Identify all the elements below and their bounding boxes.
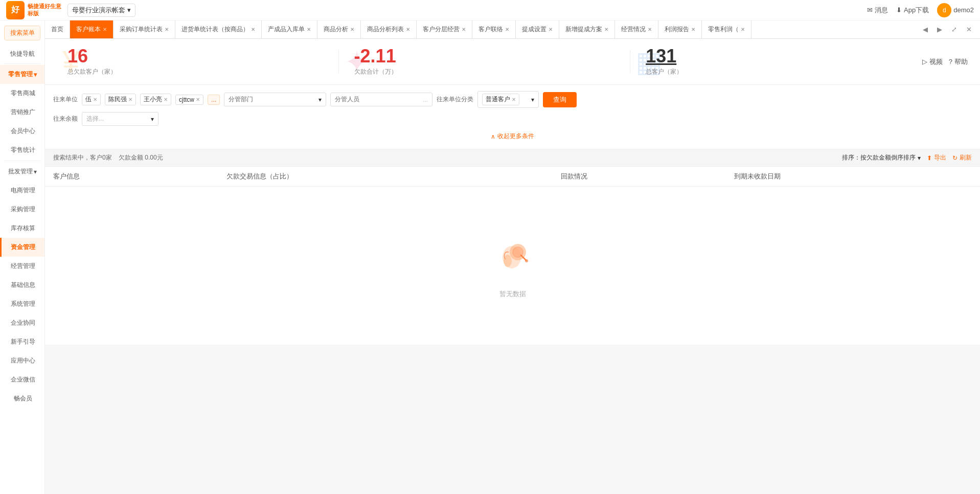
filter-row-2: 往来余额 选择... ▾ (53, 112, 972, 126)
filter-tag-more[interactable]: ... (208, 95, 220, 105)
filter-tag-cjttcw: cjttcw ✕ (175, 95, 203, 105)
user-avatar-btn[interactable]: d demo2 (937, 3, 974, 17)
top-bar: 好 畅捷通好生意 标版 母婴行业演示帐套 ▾ ✉ 消息 ⬇ App下载 d de… (0, 0, 980, 20)
top-right-actions: ✉ 消息 ⬇ App下载 d demo2 (867, 3, 974, 17)
unit-class-label: 往来单位分类 (437, 95, 473, 104)
org-selector[interactable]: 母婴行业演示帐套 ▾ (67, 4, 135, 17)
sidebar-item-enterprise-wechat[interactable]: 企业微信 (0, 370, 44, 389)
sidebar-item-basic-info[interactable]: 基础信息 (0, 276, 44, 295)
tab-close-customer-connect[interactable]: ✕ (505, 27, 509, 32)
help-btn[interactable]: ? 帮助 (949, 57, 968, 66)
tab-operation-status[interactable]: 经营情况 ✕ (615, 20, 658, 38)
tab-prev-btn[interactable]: ◀ (919, 26, 932, 33)
tab-close-product-inbound[interactable]: ✕ (307, 27, 311, 32)
stats-banner: ¥ 16 总欠款客户（家） ✦ -2.11 欠款合计（万） (45, 39, 980, 85)
tab-next-btn[interactable]: ▶ (933, 26, 946, 33)
tab-close-purchase-order[interactable]: ✕ (165, 27, 169, 32)
tab-close-new-achievement[interactable]: ✕ (604, 27, 608, 32)
sort-chevron-icon: ▾ (918, 154, 921, 162)
messages-btn[interactable]: ✉ 消息 (867, 6, 888, 15)
export-icon: ⬆ (927, 154, 932, 162)
sidebar-item-ecommerce[interactable]: 电商管理 (0, 181, 44, 200)
sidebar-item-app-center[interactable]: 应用中心 (0, 351, 44, 370)
sidebar-item-inventory[interactable]: 库存核算 (0, 219, 44, 238)
tab-profit-report[interactable]: 利润报告 ✕ (658, 20, 702, 38)
sidebar-item-finance-mgmt[interactable]: 资金管理 (0, 238, 44, 257)
tab-bar: 首页 客户账本 ✕ 采购订单统计表 ✕ 进货单统计表（按商品） ✕ 产成品入库单… (45, 20, 980, 39)
sidebar-item-wholesale-mgmt[interactable]: 批发管理 ▾ (0, 162, 44, 181)
tab-home[interactable]: 首页 (45, 20, 70, 38)
sidebar-item-marketing[interactable]: 营销推广 (0, 103, 44, 122)
tab-close-all-btn[interactable]: ✕ (962, 26, 976, 33)
col-overdue-date: 到期未收款日期 (726, 167, 980, 187)
tab-close-profit-report[interactable]: ✕ (691, 27, 695, 32)
tab-retail-profit[interactable]: 零售利润（ ✕ (702, 20, 751, 38)
tab-product-analysis-list[interactable]: 商品分析列表 ✕ (361, 20, 417, 38)
table-body: 暂无数据 (45, 187, 980, 345)
tab-close-retail-profit[interactable]: ✕ (741, 27, 745, 32)
sort-select[interactable]: 排序：按欠款金额倒序排序 ▾ (842, 153, 921, 162)
results-bar: 搜索结果中，客户0家 欠款金额 0.00元 排序：按欠款金额倒序排序 ▾ ⬆ 导… (45, 149, 980, 167)
app-download-btn[interactable]: ⬇ App下载 (896, 6, 929, 15)
data-table: 客户信息 欠款交易信息（占比） 回款情况 到期未收款日期 (45, 167, 980, 345)
stat-value-total-customers: 131 (646, 47, 682, 65)
sidebar-item-member-club[interactable]: 畅会员 (0, 389, 44, 408)
sidebar-quick-nav[interactable]: 快捷导航 (0, 46, 44, 62)
sidebar-item-member-center[interactable]: 会员中心 (0, 122, 44, 141)
filter-area: 往来单位 伍 ✕ 陈民强 ✕ 王小亮 ✕ cjttcw (45, 85, 980, 149)
logo-icon: 好 (6, 1, 25, 19)
balance-select[interactable]: 选择... ▾ (82, 112, 158, 126)
banner-help: ▷ 视频 ? 帮助 (922, 57, 968, 66)
tab-maximize-btn[interactable]: ⤢ (947, 26, 961, 33)
tab-product-analysis[interactable]: 商品分析 ✕ (317, 20, 361, 38)
person-more-dots: ... (423, 96, 428, 103)
table-header: 客户信息 欠款交易信息（占比） 回款情况 到期未收款日期 (45, 167, 980, 187)
tab-product-inbound[interactable]: 产成品入库单 ✕ (262, 20, 317, 38)
sidebar-item-enterprise-collab[interactable]: 企业协同 (0, 313, 44, 332)
sidebar-item-retail-store[interactable]: 零售商城 (0, 84, 44, 103)
query-button[interactable]: 查询 (543, 92, 577, 107)
sidebar-item-new-guide[interactable]: 新手引导 (0, 332, 44, 351)
collapse-btn[interactable]: ∧ 收起更多条件 (491, 132, 534, 141)
page-content: ¥ 16 总欠款客户（家） ✦ -2.11 欠款合计（万） (45, 39, 980, 494)
chevron-icon: ▾ (34, 71, 37, 78)
refresh-btn[interactable]: ↻ 刷新 (952, 153, 972, 162)
tab-new-achievement[interactable]: 新增提成方案 ✕ (559, 20, 615, 38)
export-btn[interactable]: ⬆ 导出 (927, 153, 946, 162)
sidebar-item-retail-stats[interactable]: 零售统计 (0, 141, 44, 160)
filter-tag-close-normal[interactable]: ✕ (512, 97, 516, 102)
svg-point-4 (525, 259, 528, 262)
tab-close-product-analysis-list[interactable]: ✕ (406, 27, 410, 32)
tab-purchase-order[interactable]: 采购订单统计表 ✕ (113, 20, 175, 38)
empty-cell: 暂无数据 (45, 187, 980, 345)
tab-close-operation-status[interactable]: ✕ (648, 27, 652, 32)
tab-customer-segment[interactable]: 客户分层经营 ✕ (417, 20, 472, 38)
main-layout: 搜索菜单 快捷导航 零售管理 ▾ 零售商城 营销推广 会员中心 零售统计 批发管… (0, 20, 980, 494)
avatar: d (937, 3, 951, 17)
video-help-btn[interactable]: ▷ 视频 (922, 57, 943, 66)
tab-close-customer-segment[interactable]: ✕ (462, 27, 466, 32)
filter-tag-close-chm[interactable]: ✕ (128, 97, 132, 102)
search-menu-btn[interactable]: 搜索菜单 (4, 26, 40, 40)
tab-promotion-settings[interactable]: 提成设置 ✕ (516, 20, 559, 38)
col-customer-info: 客户信息 (45, 167, 218, 187)
unit-class-select[interactable]: 普通客户 ✕ ▾ (477, 91, 539, 108)
dept-select[interactable]: 分管部门 ▾ (224, 93, 326, 106)
tab-close-product-analysis[interactable]: ✕ (350, 27, 354, 32)
tab-inbound-stats[interactable]: 进货单统计表（按商品） ✕ (175, 20, 262, 38)
tab-customer-connect[interactable]: 客户联络 ✕ (472, 20, 516, 38)
person-select[interactable]: 分管人员 ... (330, 93, 432, 106)
filter-tag-close-ws[interactable]: ✕ (93, 97, 97, 102)
tab-customer-book[interactable]: 客户账本 ✕ (70, 20, 113, 38)
sidebar-item-sys-mgmt[interactable]: 系统管理 (0, 295, 44, 313)
filter-tag-close-cjttcw[interactable]: ✕ (196, 97, 200, 102)
balance-label: 往来余额 (53, 115, 78, 123)
sidebar-item-purchase-mgmt[interactable]: 采购管理 (0, 200, 44, 219)
tab-close-customer-book[interactable]: ✕ (103, 27, 107, 32)
filter-tag-close-wxl[interactable]: ✕ (164, 97, 168, 102)
tab-close-promotion-settings[interactable]: ✕ (549, 27, 553, 32)
tab-close-inbound-stats[interactable]: ✕ (251, 27, 255, 32)
sidebar-item-operation-mgmt[interactable]: 经营管理 (0, 257, 44, 276)
results-actions: 排序：按欠款金额倒序排序 ▾ ⬆ 导出 ↻ 刷新 (842, 153, 972, 162)
sidebar-item-retail-mgmt[interactable]: 零售管理 ▾ (0, 65, 44, 84)
